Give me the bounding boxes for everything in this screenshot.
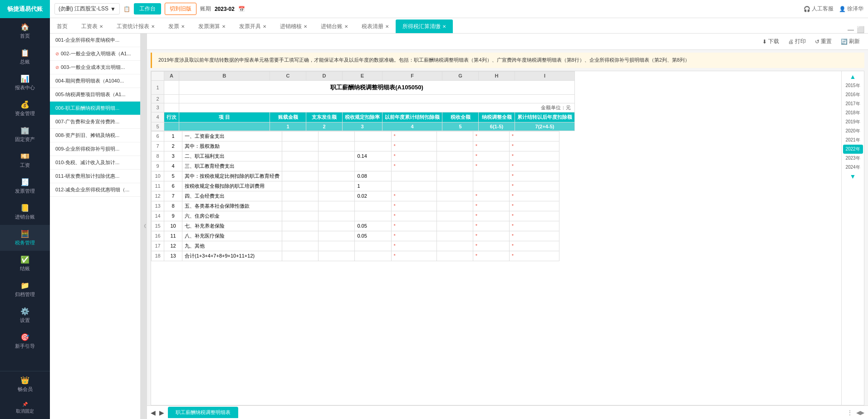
panel-item-009[interactable]: 009-企业所得税弥补亏损明... [50,142,140,156]
panel-item-002[interactable]: ⊘ 002-一般企业收入明细表（A1... [50,47,140,61]
sidebar-item-assets[interactable]: 🏢 固定资产 [0,122,50,147]
sidebar-item-home[interactable]: 🏠 首页 [0,18,50,44]
refresh-button[interactable]: 🔄 刷新 [838,36,863,47]
sidebar-item-guide[interactable]: 🎯 新手引导 [0,328,50,354]
panel-item-001[interactable]: 001-企业所得税年度纳税申... [50,34,140,47]
year-button[interactable]: 2023年 [843,154,863,163]
print-button[interactable]: 🖨 打印 [785,36,809,47]
download-button[interactable]: ⬇ 下载 [760,36,782,47]
sidebar-item-inout[interactable]: 📒 进销台账 [0,199,50,225]
table-row[interactable]: 83二、职工福利支出0.14*** [152,151,559,161]
tab-inout-ledger[interactable]: 进销台账✕ [314,19,355,33]
switch-old-button[interactable]: 切到旧版 [165,3,196,15]
sidebar-label: 设置 [20,317,30,324]
scroll-left-icon[interactable]: ◀ [856,409,860,416]
tab-invoice-calc[interactable]: 发票测算✕ [191,19,232,33]
year-button[interactable]: 2021年 [843,136,863,145]
tab-close-invoice[interactable]: ✕ [181,24,185,29]
year-button[interactable]: 2024年 [843,163,863,172]
table-row[interactable]: 1510七、补充养老保险0.05*** [152,221,559,231]
panel-item-010[interactable]: 010-免税、减计收入及加计... [50,156,140,170]
sidebar-item-settings[interactable]: ⚙️ 设置 [0,302,50,328]
user-area[interactable]: 👤 徐泽华 [839,5,863,13]
sidebar-label: 归档管理 [15,291,35,298]
collapse-panel-button[interactable]: 《 [141,34,147,419]
workspace-button[interactable]: 工作台 [134,3,161,15]
year-button[interactable]: 2020年 [843,127,863,136]
panel-item-007[interactable]: 007-广告费和业务宣传费跨... [50,115,140,129]
sidebar-bottom: 👑 畅会员 📌 取消固定 [0,371,50,419]
sidebar-item-reports[interactable]: 📊 报表中心 [0,70,50,96]
print-icon: 🖨 [788,39,794,45]
tab-income-tax[interactable]: 所得税汇算清缴✕ [396,19,453,33]
sidebar-item-invoice[interactable]: 🧾 发票管理 [0,173,50,199]
tab-close-salary[interactable]: ✕ [99,24,103,29]
year-button[interactable]: 2019年 [843,117,863,127]
year-up-button[interactable]: ▲ [850,73,856,80]
sidebar-item-member[interactable]: 👑 畅会员 [0,371,50,397]
col-b-label: 项 目 [179,112,270,122]
table-row[interactable]: 127四、工会经费支出0.02*** [152,191,559,201]
calendar-icon[interactable]: 📅 [238,6,245,12]
company-selector[interactable]: (勿删) 江西股宝-LSS ▼ [54,3,120,15]
table-row[interactable]: 1611八、补充医疗保险0.05*** [152,231,559,241]
tab-close-inout-ledger[interactable]: ✕ [344,24,348,29]
col-d-num: 2 [306,122,343,131]
sheet-nav-right[interactable]: ▶ [159,409,164,416]
tab-invoice[interactable]: 发票✕ [162,19,191,33]
table-row[interactable]: 116按税收规定全额扣除的职工培训费用1* [152,181,559,191]
panel-item-006[interactable]: 006-职工薪酬纳税调整明细... [50,102,140,115]
tab-close-income-tax[interactable]: ✕ [442,24,446,29]
table-row[interactable]: 149六、住房公积金*** [152,211,559,221]
minimize-icon[interactable]: — [848,26,854,33]
copy-icon[interactable]: 📋 [123,6,130,12]
sheet-nav-left[interactable]: ◀ [151,409,156,416]
tab-close-invoice-open[interactable]: ✕ [263,24,266,29]
panel-item-003[interactable]: ⊘ 003-一般企业成本支出明细... [50,61,140,74]
table-row[interactable]: 138五、各类基本社会保障性缴款*** [152,201,559,211]
year-button[interactable]: 2017年 [843,99,863,108]
table-row[interactable]: 1813合计(1+3+4+7+8+9+10+11+12)*** [152,251,559,261]
tab-home[interactable]: 首页 [50,19,74,33]
maximize-icon[interactable]: ⬜ [857,26,864,33]
tab-salary[interactable]: 工资表✕ [74,19,110,33]
inout-icon: 📒 [20,204,29,212]
year-button[interactable]: 2018年 [843,108,863,117]
tab-close-invoice-calc[interactable]: ✕ [222,24,226,29]
tab-salary-stats[interactable]: 工资统计报表✕ [110,19,162,33]
tab-invoice-open[interactable]: 发票开具✕ [232,19,273,33]
table-row[interactable]: 1712九、其他*** [152,241,559,251]
sidebar-item-archive[interactable]: 📁 归档管理 [0,277,50,302]
table-row[interactable]: 94三、职工教育经费支出*** [152,161,559,171]
sidebar-item-ledger[interactable]: 📋 总账 [0,44,50,70]
panel-item-008[interactable]: 008-资产折旧、摊销及纳税... [50,129,140,142]
year-button[interactable]: 2016年 [843,90,863,99]
table-row[interactable]: 72其中：股权激励*** [152,141,559,151]
panel-item-004[interactable]: 004-期间费用明细表（A1040... [50,74,140,88]
tab-close-tax-book[interactable]: ✕ [385,24,389,29]
panel-item-012[interactable]: 012-减免企业所得税优惠明细（... [50,183,140,197]
panel-item-005[interactable]: 005-纳税调整项目明细表（A1... [50,88,140,102]
year-list: 2015年2016年2017年2018年2019年2020年2021年2022年… [843,81,863,172]
sidebar-item-salary[interactable]: 💴 工资 [0,147,50,173]
table-row[interactable]: 61一、工资薪金支出*** [152,131,559,141]
sheet-main[interactable]: A B C D E F G H I [151,71,841,405]
service-button[interactable]: 🎧 人工客服 [804,5,834,13]
sidebar-item-close[interactable]: ✅ 结账 [0,251,50,277]
more-options-icon[interactable]: ⋮ [847,409,853,416]
tab-close-salary-stats[interactable]: ✕ [151,24,155,29]
panel-item-011[interactable]: 011-研发费用加计扣除优惠... [50,170,140,183]
year-button[interactable]: 2015年 [843,81,863,90]
sheet-tab-main[interactable]: 职工薪酬纳税调整明细表 [168,407,238,418]
table-row[interactable]: 105其中：按税收规定比例扣除的职工教育经费0.08* [152,171,559,181]
reset-button[interactable]: ↺ 重置 [812,36,834,47]
tab-tax-book[interactable]: 税表清册✕ [355,19,396,33]
tab-inout-check[interactable]: 进销稽核✕ [273,19,314,33]
scroll-right-icon[interactable]: ▶ [860,409,864,416]
year-button[interactable]: 2022年 [843,145,863,154]
sidebar-item-tax[interactable]: 🧮 税务管理 [0,225,50,251]
year-down-button[interactable]: ▼ [850,173,856,180]
unpin-button[interactable]: 📌 取消固定 [0,397,50,419]
tab-close-inout-check[interactable]: ✕ [304,24,307,29]
sidebar-item-funds[interactable]: 💰 资金管理 [0,96,50,122]
